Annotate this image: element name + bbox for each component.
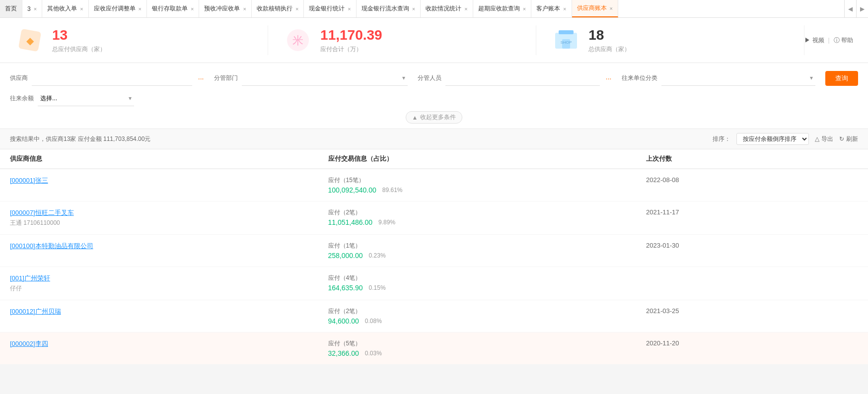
sort-select[interactable]: 按应付余额倒序排序 [736, 133, 809, 145]
collapse-up-icon: ▲ [412, 114, 418, 121]
person-label: 分管人员 [418, 74, 441, 82]
dept-label: 分管部门 [214, 74, 238, 82]
nav-tab-advance-ar[interactable]: 预收冲应收单 × [199, 0, 251, 17]
payable-info-cell: 应付（4笔） 164,635.90 0.15% [328, 274, 647, 292]
last-pay-cell: 2020-11-20 [646, 339, 858, 347]
filter-balance: 往来余额 选择... ▾ [10, 91, 134, 106]
payable-amount[interactable]: 100,092,540.00 [328, 186, 376, 194]
refresh-button[interactable]: ↻ 刷新 [839, 135, 858, 143]
nav-tab-home-label: 首页 [5, 4, 17, 13]
payable-amount[interactable]: 258,000.00 [328, 252, 363, 260]
close-icon[interactable]: × [80, 6, 83, 12]
balance-select-wrapper: 选择... ▾ [38, 91, 134, 106]
payable-label: 应付（4笔） [328, 274, 647, 282]
filter-dept: 分管部门 ▾ [214, 70, 408, 86]
supplier-name-link[interactable]: [000012]广州贝瑞 [10, 307, 328, 316]
total-suppliers-count: 18 [588, 27, 789, 44]
nav-tab-cash-bank-stat[interactable]: 现金银行统计 × [304, 0, 356, 17]
payable-percent: 0.08% [365, 318, 382, 325]
table-body: [000001]张三 应付（15笔） 100,092,540.00 89.61%… [0, 169, 868, 365]
payable-amount[interactable]: 11,051,486.00 [328, 218, 373, 226]
last-pay-cell: 2021-03-25 [646, 307, 858, 315]
result-bar: 搜索结果中，供应商13家 应付金额 111,703,854.00元 排序： 按应… [0, 129, 868, 149]
nav-tab-cash-bank-flow[interactable]: 现金银行流水查询 × [357, 0, 421, 17]
payable-total-amount: 11,170.39 [320, 27, 521, 44]
supplier-dots[interactable]: ··· [198, 74, 204, 82]
table-header: 供应商信息 应付交易信息（占比） 上次付数 [0, 149, 868, 169]
stat-icon-shop: SHOP [551, 25, 581, 55]
close-icon[interactable]: × [348, 6, 351, 12]
close-icon[interactable]: × [412, 6, 415, 12]
stat-icon-rice: 米 [283, 25, 313, 55]
nav-next-arrow[interactable]: ▶ [856, 0, 868, 18]
close-icon[interactable]: × [139, 6, 142, 12]
close-icon[interactable]: × [243, 6, 246, 12]
collapse-label: 收起更多条件 [420, 113, 456, 122]
supplier-name-link[interactable]: [000001]张三 [10, 176, 328, 185]
stat-info-payable-total: 11,170.39 应付合计（万） [320, 27, 521, 54]
close-icon[interactable]: × [34, 6, 37, 12]
top-nav: 首页 3 × 其他收入单 × 应收应付调整单 × 银行存取款单 × 预收冲应收单… [0, 0, 868, 18]
nav-tab-receipt-verify[interactable]: 收款核销执行 × [252, 0, 304, 17]
total-suppliers-label: 总供应商（家） [588, 45, 789, 54]
nav-tab-3[interactable]: 3 × [22, 0, 42, 17]
nav-tab-overdue-ar[interactable]: 超期应收款查询 × [473, 0, 531, 17]
nav-tab-customer-ledger-label: 客户账本 [536, 4, 560, 13]
nav-tab-ar-ap-adjust[interactable]: 应收应付调整单 × [89, 0, 147, 17]
supplier-input[interactable] [32, 71, 192, 86]
last-pay-date: 2020-11-20 [646, 339, 679, 347]
nav-tab-receipt-stat[interactable]: 收款情况统计 × [421, 0, 473, 17]
export-icon: △ [815, 135, 819, 142]
close-icon[interactable]: × [464, 6, 467, 12]
collapse-button[interactable]: ▲ 收起更多条件 [406, 111, 463, 124]
supplier-name-link[interactable]: [000100]本特勤油品有限公司 [10, 242, 328, 251]
nav-tab-cash-bank-stat-label: 现金银行统计 [309, 4, 345, 13]
nav-tab-other-income-label: 其他收入单 [47, 4, 77, 13]
nav-tab-bank-deposit[interactable]: 银行存取款单 × [147, 0, 199, 17]
export-button[interactable]: △ 导出 [815, 135, 833, 143]
col-header-payable: 应付交易信息（占比） [328, 154, 647, 163]
video-link[interactable]: ▶ 视频 [804, 36, 824, 45]
close-icon[interactable]: × [523, 6, 526, 12]
close-icon[interactable]: × [295, 6, 298, 12]
stat-total-suppliers: SHOP 18 总供应商（家） [536, 25, 804, 55]
nav-tab-supplier-ledger[interactable]: 供应商账本 × [572, 0, 618, 17]
supplier-info-cell: [000012]广州贝瑞 [10, 307, 328, 316]
category-select[interactable] [661, 70, 816, 85]
last-pay-cell: 2022-08-08 [646, 176, 858, 184]
payable-amount[interactable]: 32,366.00 [328, 349, 359, 357]
payable-amount[interactable]: 94,600.00 [328, 317, 359, 325]
payable-suppliers-label: 总应付供应商（家） [52, 45, 253, 54]
refresh-label: 刷新 [846, 135, 858, 143]
help-link[interactable]: ⓘ 帮助 [834, 36, 853, 45]
close-icon[interactable]: × [563, 6, 566, 12]
person-input[interactable] [445, 71, 600, 86]
payable-amount[interactable]: 164,635.90 [328, 284, 363, 292]
nav-prev-arrow[interactable]: ◀ [844, 0, 856, 18]
supplier-info-cell: [001]广州荣轩 仔仔 [10, 274, 328, 293]
top-right-links: ▶ 视频 | ⓘ 帮助 [804, 36, 858, 45]
collapse-bar: ▲ 收起更多条件 [10, 111, 858, 124]
nav-tab-3-label: 3 [27, 5, 31, 12]
payable-info-cell: 应付（15笔） 100,092,540.00 89.61% [328, 176, 647, 194]
balance-select[interactable]: 选择... [38, 91, 134, 106]
supplier-info-cell: [000002]李四 [10, 339, 328, 348]
supplier-name-link[interactable]: [000007]恒旺二手叉车 [10, 208, 328, 217]
nav-tab-customer-ledger[interactable]: 客户账本 × [531, 0, 572, 17]
supplier-name-link[interactable]: [000002]李四 [10, 339, 328, 348]
person-dots[interactable]: ··· [606, 74, 612, 82]
close-icon[interactable]: × [191, 6, 194, 12]
table-row: [000100]本特勤油品有限公司 应付（1笔） 258,000.00 0.23… [0, 235, 868, 267]
supplier-name-link[interactable]: [001]广州荣轩 [10, 274, 328, 283]
nav-tab-other-income[interactable]: 其他收入单 × [42, 0, 88, 17]
supplier-info-cell: [000007]恒旺二手叉车 王通 17106110000 [10, 208, 328, 227]
nav-tab-advance-ar-label: 预收冲应收单 [204, 4, 240, 13]
stat-payable-total: 米 11,170.39 应付合计（万） [268, 25, 536, 55]
table-row: [000002]李四 应付（5笔） 32,366.00 0.03% 2020-1… [0, 332, 868, 365]
dept-select[interactable] [242, 70, 408, 85]
last-pay-cell: 2021-11-17 [646, 208, 858, 216]
close-icon[interactable]: × [610, 5, 613, 11]
nav-tab-overdue-ar-label: 超期应收款查询 [478, 4, 520, 13]
search-button[interactable]: 查询 [825, 71, 858, 86]
nav-tab-home[interactable]: 首页 [0, 0, 22, 17]
